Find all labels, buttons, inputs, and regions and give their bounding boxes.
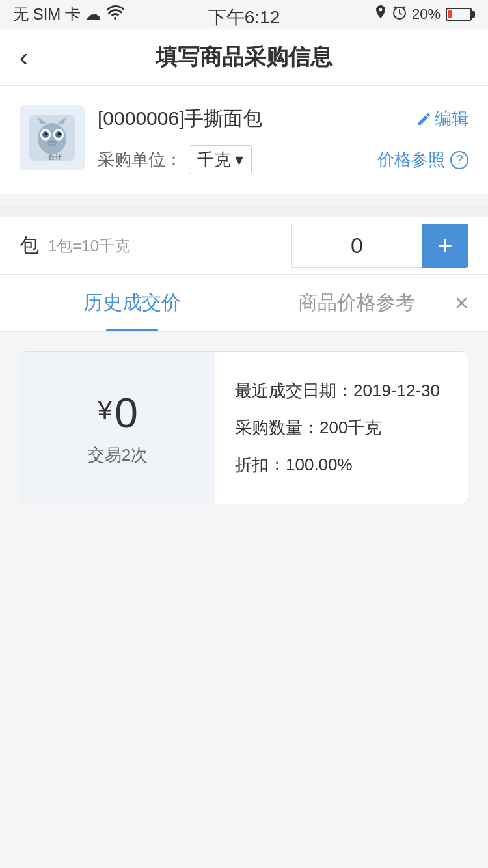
tab-close-button[interactable]: × bbox=[455, 290, 468, 317]
price-details-right: 最近成交日期：2019-12-30 采购数量：200千克 折扣：100.00% bbox=[215, 352, 468, 504]
chevron-down-icon: ▾ bbox=[235, 150, 243, 170]
product-full-name: [0000006]手撕面包 bbox=[98, 105, 262, 132]
plus-icon: + bbox=[437, 231, 452, 260]
product-name-row: [0000006]手撕面包 编辑 bbox=[98, 105, 468, 132]
price-card: ¥ 0 交易2次 最近成交日期：2019-12-30 采购数量：200千克 折扣… bbox=[20, 351, 468, 504]
tab-history-label: 历史成交价 bbox=[83, 290, 181, 316]
quantity-control: 0 + bbox=[291, 224, 468, 268]
currency-symbol: ¥ bbox=[98, 396, 112, 425]
tab-history-price[interactable]: 历史成交价 bbox=[20, 275, 244, 331]
price-reference-button[interactable]: 价格参照 ? bbox=[377, 148, 468, 171]
purchase-unit-label: 采购单位： bbox=[98, 148, 182, 171]
status-bar: 无 SIM 卡 ☁ 下午6:12 20% bbox=[0, 0, 488, 29]
price-summary-left: ¥ 0 交易2次 bbox=[20, 352, 215, 504]
unit-select[interactable]: 千克 ▾ bbox=[189, 145, 252, 174]
tabs-container: 历史成交价 商品价格参考 × bbox=[0, 275, 488, 332]
back-button[interactable]: ‹ bbox=[20, 44, 28, 70]
svg-point-7 bbox=[45, 133, 47, 135]
product-section: 数计 [0000006]手撕面包 编辑 采购单位： 千克 ▾ bbox=[0, 86, 488, 194]
quantity-value: 0 bbox=[351, 233, 363, 258]
discount-value: 100.00% bbox=[286, 455, 353, 474]
nav-bar: ‹ 填写商品采购信息 bbox=[0, 29, 488, 86]
status-time: 下午6:12 bbox=[208, 5, 280, 30]
status-left: 无 SIM 卡 ☁ bbox=[13, 4, 124, 25]
tab-active-underline bbox=[106, 329, 158, 331]
product-info: [0000006]手撕面包 编辑 采购单位： 千克 ▾ 价格参照 ? bbox=[98, 105, 468, 174]
battery-icon bbox=[446, 8, 475, 21]
discount-label: 折扣： bbox=[235, 455, 286, 474]
sim-label: 无 SIM 卡 ☁ bbox=[13, 4, 101, 25]
section-divider bbox=[0, 206, 488, 217]
content-area: ¥ 0 交易2次 最近成交日期：2019-12-30 采购数量：200千克 折扣… bbox=[0, 332, 488, 722]
quantity-input[interactable]: 0 bbox=[291, 224, 422, 268]
purchase-qty-row: 采购数量：200千克 bbox=[235, 415, 448, 441]
page-title: 填写商品采购信息 bbox=[156, 42, 332, 72]
quantity-label-group: 包 1包=10千克 bbox=[20, 232, 130, 259]
latest-date-label: 最近成交日期： bbox=[235, 381, 353, 400]
question-mark-icon: ? bbox=[450, 151, 468, 169]
discount-row: 折扣：100.00% bbox=[235, 452, 448, 478]
battery-percent: 20% bbox=[412, 6, 441, 23]
purchase-qty-value: 200千克 bbox=[319, 418, 381, 437]
edit-icon bbox=[416, 111, 432, 127]
product-header: 数计 [0000006]手撕面包 编辑 采购单位： 千克 ▾ bbox=[20, 105, 468, 174]
quantity-plus-button[interactable]: + bbox=[422, 224, 468, 268]
product-thumbnail: 数计 bbox=[20, 105, 85, 170]
package-unit-hint: 1包=10千克 bbox=[48, 236, 130, 256]
svg-point-8 bbox=[58, 133, 61, 135]
brand-icon: 数计 bbox=[29, 115, 75, 161]
latest-date-row: 最近成交日期：2019-12-30 bbox=[235, 378, 448, 403]
tab-reference-label: 商品价格参考 bbox=[298, 290, 415, 316]
edit-button[interactable]: 编辑 bbox=[416, 107, 468, 130]
price-ref-label: 价格参照 bbox=[377, 148, 445, 171]
price-amount-display: ¥ 0 bbox=[98, 389, 138, 437]
edit-label: 编辑 bbox=[435, 107, 468, 130]
purchase-qty-label: 采购数量： bbox=[235, 418, 319, 437]
price-value: 0 bbox=[115, 389, 138, 437]
latest-date-value: 2019-12-30 bbox=[353, 381, 440, 400]
package-label: 包 bbox=[20, 232, 39, 259]
svg-text:数计: 数计 bbox=[49, 154, 62, 161]
unit-value: 千克 bbox=[197, 148, 231, 171]
status-right: 20% bbox=[374, 5, 475, 23]
location-icon bbox=[374, 5, 387, 23]
quantity-section: 包 1包=10千克 0 + bbox=[0, 217, 488, 275]
purchase-unit-row: 采购单位： 千克 ▾ 价格参照 ? bbox=[98, 145, 468, 174]
trade-count: 交易2次 bbox=[88, 444, 148, 467]
alarm-icon bbox=[392, 5, 407, 23]
wifi-icon bbox=[106, 5, 124, 23]
tab-price-reference[interactable]: 商品价格参考 bbox=[244, 275, 468, 331]
